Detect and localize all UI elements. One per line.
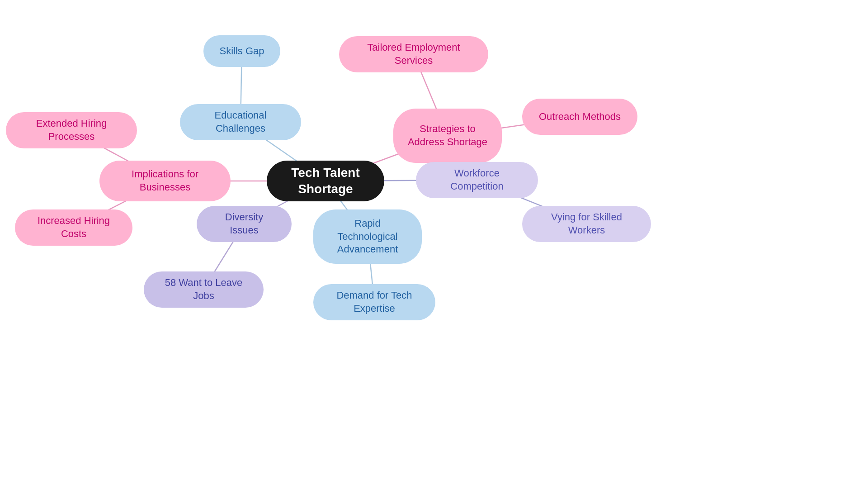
skills-gap-node[interactable]: Skills Gap xyxy=(203,35,280,67)
diversity-issues-node[interactable]: Diversity Issues xyxy=(197,206,292,242)
vying-for-workers-node[interactable]: Vying for Skilled Workers xyxy=(522,206,651,242)
extended-hiring-node[interactable]: Extended Hiring Processes xyxy=(6,112,137,148)
increased-costs-node[interactable]: Increased Hiring Costs xyxy=(15,209,132,246)
rapid-tech-node[interactable]: Rapid Technological Advancement xyxy=(313,209,422,264)
center-node[interactable]: Tech Talent Shortage xyxy=(267,161,384,201)
outreach-methods-node[interactable]: Outreach Methods xyxy=(522,99,637,135)
demand-tech-node[interactable]: Demand for Tech Expertise xyxy=(313,284,435,320)
workforce-competition-node[interactable]: Workforce Competition xyxy=(416,162,538,198)
implications-node[interactable]: Implications for Businesses xyxy=(99,161,231,201)
educational-challenges-node[interactable]: Educational Challenges xyxy=(180,104,301,140)
want-to-leave-node[interactable]: 58 Want to Leave Jobs xyxy=(144,271,264,308)
strategies-node[interactable]: Strategies to Address Shortage xyxy=(393,109,502,163)
tailored-employment-node[interactable]: Tailored Employment Services xyxy=(339,36,488,72)
